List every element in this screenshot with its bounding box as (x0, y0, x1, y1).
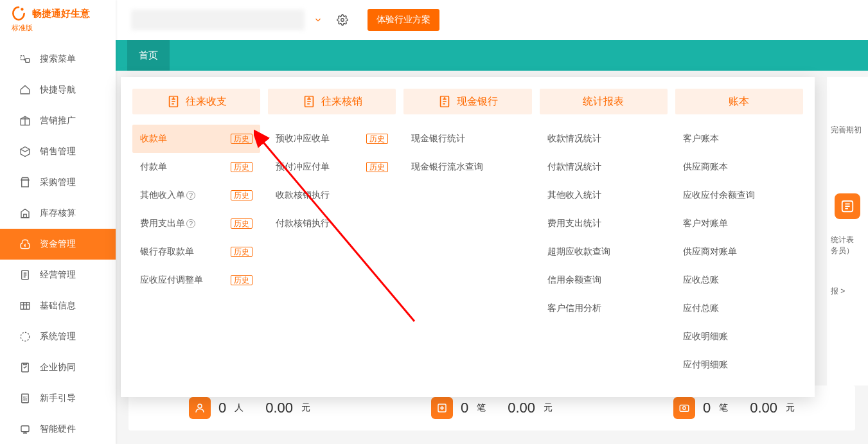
sidebar-item-label: 企业协同 (40, 362, 76, 373)
sidebar-item-10[interactable]: 企业协同 (0, 352, 116, 383)
megamenu-item[interactable]: 收款情况统计 (540, 125, 668, 153)
stat-amount-unit: 元 (786, 402, 795, 414)
megamenu-item-label: 预收冲应收单 (276, 133, 330, 145)
stat-count-unit: 笔 (719, 402, 728, 414)
megamenu-item[interactable]: 银行存取款单历史 (132, 238, 260, 266)
history-tag[interactable]: 历史 (231, 190, 252, 200)
sidebar-item-label: 快捷导航 (40, 84, 76, 96)
chevron-down-icon[interactable] (314, 15, 323, 24)
help-icon[interactable]: ? (186, 191, 195, 200)
sidebar-item-9[interactable]: 系统管理 (0, 321, 116, 352)
megamenu-item[interactable]: 超期应收款查询 (540, 238, 668, 266)
stat-0: 0人0.00元 (189, 397, 310, 419)
tab-home[interactable]: 首页 (127, 40, 170, 71)
megamenu-item-label: 付款情况统计 (547, 161, 601, 173)
history-tag[interactable]: 历史 (231, 247, 252, 257)
megamenu-item[interactable]: 客户信用分析 (540, 294, 668, 323)
svg-rect-12 (21, 426, 29, 432)
megamenu-item[interactable]: 应付明细账 (675, 351, 803, 379)
help-icon[interactable]: ? (186, 219, 195, 228)
sidebar-item-label: 搜索菜单 (40, 53, 76, 65)
megamenu-item[interactable]: 费用支出单?历史 (132, 209, 260, 238)
right-text-2: 统计表 (831, 235, 864, 245)
svg-point-15 (198, 404, 202, 408)
svg-point-0 (21, 8, 23, 10)
sidebar-item-8[interactable]: 基础信息 (0, 290, 116, 321)
megamenu-item[interactable]: 付款情况统计 (540, 153, 668, 181)
megamenu-item[interactable]: 其他收入统计 (540, 181, 668, 209)
megamenu-item[interactable]: 付款单历史 (132, 153, 260, 181)
megamenu-item[interactable]: 信用余额查询 (540, 266, 668, 294)
megamenu-item-label: 应收应付余额查询 (683, 190, 755, 201)
svg-point-24 (444, 97, 446, 99)
history-tag[interactable]: 历史 (231, 162, 252, 172)
sidebar-item-3[interactable]: 销售管理 (0, 136, 116, 167)
right-panel-edge: 完善期初 统计表 务员） 报 > (827, 77, 868, 386)
megamenu-item[interactable]: 预收冲应收单历史 (268, 125, 396, 153)
svg-rect-7 (21, 303, 30, 310)
org-selector[interactable] (131, 10, 305, 30)
stat-amount: 0.00 (265, 400, 293, 416)
stat-amount: 0.00 (508, 400, 535, 416)
svg-text:新: 新 (22, 396, 28, 402)
stat-count-unit: 人 (235, 402, 244, 414)
history-tag[interactable]: 历史 (231, 134, 252, 144)
brand-edition: 标准版 (12, 23, 116, 33)
sidebar-item-0[interactable]: 搜索菜单 (0, 44, 116, 75)
megamenu-col-1: 往来核销预收冲应收单历史预付冲应付单历史收款核销执行付款核销执行 (268, 89, 396, 379)
history-tag[interactable]: 历史 (231, 218, 252, 229)
megamenu-item-label: 应收明细账 (683, 331, 728, 342)
megamenu-item-label: 费用支出单? (140, 218, 195, 229)
history-tag[interactable]: 历史 (366, 162, 388, 172)
megamenu-item[interactable]: 应收应付余额查询 (675, 181, 803, 209)
megamenu-item[interactable]: 付款核销执行 (268, 209, 396, 238)
stat-amount-unit: 元 (544, 402, 553, 414)
sidebar-item-label: 系统管理 (40, 331, 76, 342)
sidebar-item-2[interactable]: 营销推广 (0, 105, 116, 136)
megamenu-item[interactable]: 应收应付调整单历史 (132, 266, 260, 294)
stat-count-unit: 笔 (477, 402, 486, 414)
megamenu-item[interactable]: 其他收入单?历史 (132, 181, 260, 209)
stats-icon[interactable] (835, 193, 860, 219)
megamenu-item[interactable]: 客户账本 (675, 125, 803, 153)
megamenu-col-0: 往来收支收款单历史付款单历史其他收入单?历史费用支出单?历史银行存取款单历史应收… (132, 89, 260, 379)
sidebar-item-5[interactable]: 库存核算 (0, 198, 116, 229)
megamenu-item[interactable]: 应收明细账 (675, 323, 803, 351)
sidebar-item-4[interactable]: 采购管理 (0, 167, 116, 198)
sidebar-item-11[interactable]: 新新手引导 (0, 383, 116, 414)
megamenu-item[interactable]: 供应商账本 (675, 153, 803, 181)
history-tag[interactable]: 历史 (231, 275, 252, 285)
megamenu-item[interactable]: 客户对账单 (675, 209, 803, 238)
stat-count: 0 (218, 400, 226, 416)
megamenu-item[interactable]: 费用支出统计 (540, 209, 668, 238)
stat-1: 0笔0.00元 (431, 397, 553, 419)
sidebar-item-label: 新手引导 (40, 393, 76, 404)
sidebar-item-1[interactable]: 快捷导航 (0, 75, 116, 105)
sidebar-item-12[interactable]: 智能硬件 (0, 414, 116, 444)
megamenu-item-label: 其他收入单? (140, 190, 195, 201)
megamenu-item-label: 现金银行统计 (411, 133, 465, 145)
sidebar-item-label: 资金管理 (40, 238, 76, 250)
megamenu-item[interactable]: 供应商对账单 (675, 238, 803, 266)
sidebar-item-6[interactable]: 资金管理 (0, 229, 116, 260)
brand-name: 畅捷通好生意 (32, 8, 90, 20)
experience-button[interactable]: 体验行业方案 (368, 9, 439, 31)
megamenu-item-label: 应收总账 (683, 274, 719, 286)
gear-icon[interactable] (337, 14, 348, 26)
megamenu-item[interactable]: 收款单历史 (132, 125, 260, 153)
megamenu-item[interactable]: 收款核销执行 (268, 181, 396, 209)
stat-icon (189, 397, 211, 419)
history-tag[interactable]: 历史 (366, 134, 388, 144)
megamenu-item[interactable]: 应收总账 (675, 266, 803, 294)
funds-megamenu: 往来收支收款单历史付款单历史其他收入单?历史费用支出单?历史银行存取款单历史应收… (121, 77, 815, 397)
megamenu-item[interactable]: 预付冲应付单历史 (268, 153, 396, 181)
megamenu-item[interactable]: 现金银行流水查询 (403, 153, 531, 181)
megamenu-item[interactable]: 应付总账 (675, 294, 803, 323)
svg-rect-5 (22, 180, 29, 187)
logo-area: 畅捷通好生意 标准版 (0, 0, 116, 40)
tabbar: 首页 (116, 40, 868, 71)
right-text-4[interactable]: 报 > (831, 286, 864, 297)
megamenu-item[interactable]: 现金银行统计 (403, 125, 531, 153)
sidebar-item-label: 销售管理 (40, 146, 76, 157)
sidebar-item-7[interactable]: 经营管理 (0, 260, 116, 290)
